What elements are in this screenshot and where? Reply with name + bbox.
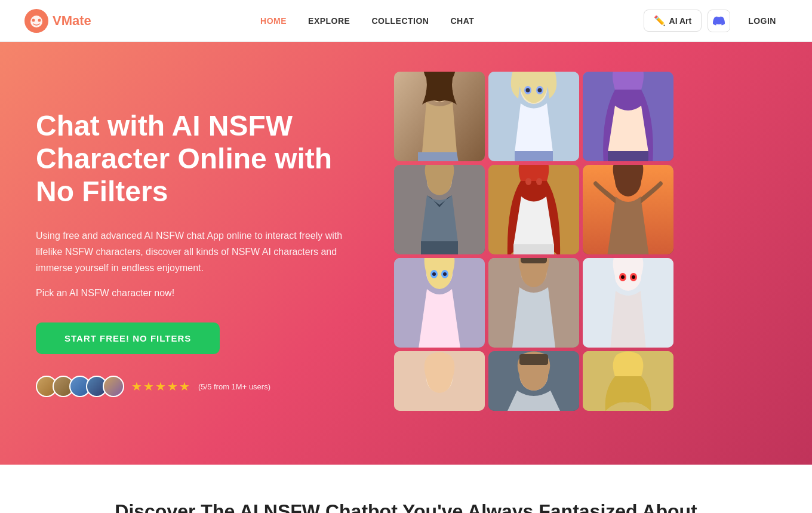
hero-section: Chat with AI NSFW Character Online with …	[0, 42, 812, 465]
svg-rect-18	[421, 241, 458, 254]
character-image-7[interactable]	[394, 258, 485, 348]
svg-rect-21	[513, 244, 554, 254]
ai-art-icon: ✏️	[654, 15, 666, 26]
svg-point-11	[526, 88, 530, 93]
svg-rect-15	[608, 151, 648, 161]
rating-text: (5/5 from 1M+ users)	[198, 382, 270, 391]
nav-item-collection[interactable]: COLLECTION	[371, 16, 429, 26]
user-avatars	[36, 376, 124, 397]
discord-icon	[713, 15, 725, 27]
hero-image-grid	[394, 72, 681, 441]
rating-stars: ★★★★★	[131, 379, 191, 394]
figure-silhouette	[488, 165, 579, 254]
ai-art-button[interactable]: ✏️ AI Art	[644, 10, 702, 32]
login-button[interactable]: LOGIN	[736, 11, 788, 30]
navbar: VMate HOME EXPLORE COLLECTION CHAT ✏️ AI…	[0, 0, 812, 42]
hero-rating: ★★★★★ (5/5 from 1M+ users)	[36, 376, 370, 397]
figure-silhouette	[583, 72, 673, 161]
svg-point-30	[432, 272, 436, 276]
svg-rect-34	[521, 258, 547, 263]
character-image-5[interactable]	[488, 165, 579, 254]
character-image-10[interactable]	[394, 351, 485, 411]
figure-silhouette	[488, 258, 579, 348]
figure-silhouette	[583, 351, 673, 411]
figure-silhouette	[488, 351, 579, 411]
character-image-6[interactable]	[583, 165, 673, 254]
svg-point-22	[525, 178, 531, 185]
svg-point-31	[443, 272, 447, 276]
discord-button[interactable]	[708, 10, 730, 32]
nav-item-chat[interactable]: CHAT	[450, 16, 474, 26]
figure-silhouette	[583, 258, 673, 348]
nav-links: HOME EXPLORE COLLECTION CHAT	[260, 16, 474, 26]
character-image-12[interactable]	[583, 351, 673, 411]
character-image-1[interactable]	[394, 72, 485, 161]
character-image-8[interactable]	[488, 258, 579, 348]
logo[interactable]: VMate	[24, 8, 91, 33]
svg-rect-45	[519, 354, 548, 365]
hero-title: Chat with AI NSFW Character Online with …	[36, 109, 370, 208]
ai-art-label: AI Art	[669, 16, 692, 26]
svg-point-40	[632, 275, 635, 279]
hero-content: Chat with AI NSFW Character Online with …	[36, 109, 394, 397]
character-image-9[interactable]	[583, 258, 673, 348]
svg-point-2	[32, 19, 35, 21]
bottom-title: Discover The AI NSFW Chatbot You've Alwa…	[24, 500, 788, 513]
character-image-4[interactable]	[394, 165, 485, 254]
character-image-11[interactable]	[488, 351, 579, 411]
character-image-3[interactable]	[583, 72, 673, 161]
logo-text: VMate	[53, 13, 91, 29]
bottom-section: Discover The AI NSFW Chatbot You've Alwa…	[0, 465, 812, 513]
hero-description: Using free and advanced AI NSFW chat App…	[36, 228, 370, 277]
start-free-button[interactable]: START FREE! NO FILTERS	[36, 322, 220, 354]
svg-point-12	[538, 88, 542, 93]
logo-icon	[24, 8, 49, 33]
figure-silhouette	[394, 351, 485, 411]
figure-silhouette	[394, 165, 485, 254]
svg-point-3	[38, 19, 41, 21]
figure-silhouette	[394, 258, 485, 348]
hero-pick-text: Pick an AI NSFW character now!	[36, 288, 370, 299]
figure-silhouette	[488, 72, 579, 161]
svg-point-1	[30, 16, 42, 27]
svg-point-39	[621, 275, 625, 279]
svg-rect-8	[515, 151, 553, 161]
nav-right: ✏️ AI Art LOGIN	[644, 10, 788, 32]
character-image-2[interactable]	[488, 72, 579, 161]
figure-silhouette	[583, 165, 673, 254]
avatar	[103, 376, 124, 397]
nav-item-home[interactable]: HOME	[260, 16, 287, 26]
svg-point-23	[536, 178, 542, 185]
nav-item-explore[interactable]: EXPLORE	[308, 16, 350, 26]
figure-silhouette	[394, 72, 485, 161]
